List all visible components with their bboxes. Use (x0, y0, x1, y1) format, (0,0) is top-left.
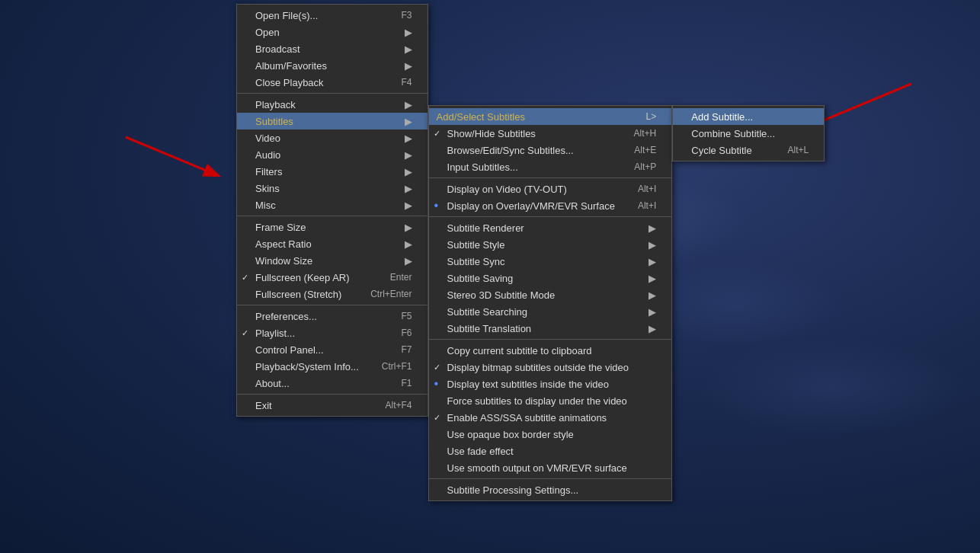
menu-item-audio[interactable]: Audio ▶ (237, 146, 428, 163)
menu-item-stereo-3d[interactable]: Stereo 3D Subtitle Mode ▶ (429, 286, 672, 303)
fullscreen-stretch-label: Fullscreen (Stretch) (255, 289, 341, 300)
menu-item-show-hide[interactable]: ✓ Show/Hide Subtitles Alt+H (429, 125, 672, 142)
menu-item-display-on-overlay[interactable]: • Display on Overlay/VMR/EVR Surface Alt… (429, 197, 672, 214)
menu-item-open[interactable]: Open ▶ (237, 24, 428, 40)
enable-ass-ssa-check: ✓ (434, 413, 440, 423)
menu-item-fullscreen-keep[interactable]: ✓ Fullscreen (Keep AR) Enter (237, 269, 428, 286)
display-bitmap-check: ✓ (434, 363, 440, 372)
subtitle-sync-label: Subtitle Sync (447, 256, 505, 267)
show-hide-shortcut: Alt+H (611, 128, 657, 139)
subtitles-submenu: Add/Select Subtitles L> ✓ Show/Hide Subt… (428, 105, 673, 501)
open-files-label: Open File(s)... (255, 10, 318, 21)
subtitle-sync-arrow: ▶ (626, 256, 656, 267)
menu-item-playback-system-info[interactable]: Playback/System Info... Ctrl+F1 (237, 358, 428, 375)
menu-item-exit[interactable]: Exit Alt+F4 (237, 397, 428, 414)
menu-item-combine-subtitle[interactable]: Combine Subtitle... (673, 125, 824, 142)
menu-item-add-subtitle[interactable]: Add Subtitle... (673, 108, 824, 125)
playback-label: Playback (255, 99, 296, 110)
menu-item-use-smooth-output[interactable]: Use smooth output on VMR/EVR surface (429, 459, 672, 476)
svg-line-3 (820, 84, 911, 122)
menu-item-subtitle-saving[interactable]: Subtitle Saving ▶ (429, 270, 672, 286)
filters-arrow: ▶ (382, 166, 412, 177)
menu-item-open-files[interactable]: Open File(s)... F3 (237, 7, 428, 24)
subtitle-translation-arrow: ▶ (626, 323, 656, 334)
menu-item-subtitle-processing[interactable]: Subtitle Processing Settings... (429, 481, 672, 498)
subtitle-style-label: Subtitle Style (447, 239, 505, 251)
menu-item-album[interactable]: Album/Favorites ▶ (237, 57, 428, 74)
menu-item-broadcast[interactable]: Broadcast ▶ (237, 40, 428, 57)
menu-item-input-subtitles[interactable]: Input Subtitles... Alt+P (429, 158, 672, 175)
menu-item-force-subtitles[interactable]: Force subtitles to display under the vid… (429, 392, 672, 409)
menu-item-window-size[interactable]: Window Size ▶ (237, 252, 428, 269)
audio-arrow: ▶ (382, 149, 412, 161)
fullscreen-keep-shortcut: Enter (367, 272, 412, 283)
playlist-check: ✓ (242, 328, 248, 338)
menu-item-misc[interactable]: Misc ▶ (237, 197, 428, 213)
frame-size-arrow: ▶ (382, 222, 412, 233)
menu-item-use-fade-effect[interactable]: Use fade effect (429, 443, 672, 459)
sep4 (237, 394, 428, 395)
menu-item-frame-size[interactable]: Frame Size ▶ (237, 219, 428, 235)
menu-item-playlist[interactable]: ✓ Playlist... F6 (237, 324, 428, 341)
subtitle-searching-arrow: ▶ (626, 306, 656, 318)
open-files-shortcut: F3 (379, 10, 412, 21)
cycle-subtitle-shortcut: Alt+L (765, 145, 809, 155)
misc-label: Misc (255, 200, 276, 211)
display-on-overlay-label: Display on Overlay/VMR/EVR Surface (447, 200, 615, 212)
enable-ass-ssa-label: Enable ASS/SSA subtitle animations (447, 412, 607, 424)
menu-item-display-text-inside[interactable]: • Display text subtitles inside the vide… (429, 376, 672, 392)
subtitle-renderer-arrow: ▶ (626, 222, 656, 234)
aspect-ratio-label: Aspect Ratio (255, 238, 312, 250)
preferences-label: Preferences... (255, 311, 317, 322)
broadcast-arrow: ▶ (382, 43, 412, 55)
menu-item-enable-ass-ssa[interactable]: ✓ Enable ASS/SSA subtitle animations (429, 409, 672, 426)
subtitles-label: Subtitles (255, 116, 293, 127)
menu-item-subtitle-translation[interactable]: Subtitle Translation ▶ (429, 320, 672, 337)
display-text-dot: • (434, 378, 439, 390)
skins-label: Skins (255, 183, 280, 194)
display-overlay-dot: • (434, 200, 439, 212)
menu-item-copy-subtitle[interactable]: Copy current subtitle to clipboard (429, 342, 672, 359)
menu-item-aspect-ratio[interactable]: Aspect Ratio ▶ (237, 235, 428, 252)
menu-item-control-panel[interactable]: Control Panel... F7 (237, 341, 428, 358)
menu-item-filters[interactable]: Filters ▶ (237, 163, 428, 180)
menu-item-fullscreen-stretch[interactable]: Fullscreen (Stretch) Ctrl+Enter (237, 286, 428, 302)
menu-item-subtitles[interactable]: Subtitles ▶ (237, 113, 428, 129)
add-select-label: Add/Select Subtitles (437, 111, 525, 123)
add-select-shortcut: L> (623, 111, 657, 122)
sub-sep3 (429, 339, 672, 340)
menu-item-subtitle-sync[interactable]: Subtitle Sync ▶ (429, 253, 672, 270)
subtitle-processing-label: Subtitle Processing Settings... (447, 484, 579, 496)
stereo-3d-arrow: ▶ (626, 289, 656, 301)
display-on-video-label: Display on Video (TV-OUT) (447, 184, 567, 195)
menu-item-skins[interactable]: Skins ▶ (237, 180, 428, 197)
menu-item-preferences[interactable]: Preferences... F5 (237, 308, 428, 324)
subtitle-searching-label: Subtitle Searching (447, 306, 528, 318)
menu-item-subtitle-style[interactable]: Subtitle Style ▶ (429, 236, 672, 253)
subtitle-renderer-label: Subtitle Renderer (447, 222, 524, 234)
aspect-ratio-arrow: ▶ (382, 238, 412, 250)
menu-item-subtitle-searching[interactable]: Subtitle Searching ▶ (429, 303, 672, 320)
browse-edit-label: Browse/Edit/Sync Subtitles... (447, 145, 574, 156)
album-arrow: ▶ (382, 60, 412, 72)
menu-item-use-opaque-box[interactable]: Use opaque box border style (429, 426, 672, 443)
copy-subtitle-label: Copy current subtitle to clipboard (447, 345, 592, 356)
menu-item-browse-edit[interactable]: Browse/Edit/Sync Subtitles... Alt+E (429, 142, 672, 158)
window-size-arrow: ▶ (382, 255, 412, 267)
menu-item-close-playback[interactable]: Close Playback F4 (237, 74, 428, 91)
menu-item-display-on-video[interactable]: Display on Video (TV-OUT) Alt+I (429, 181, 672, 197)
add-select-subtitles-header[interactable]: Add/Select Subtitles L> (429, 108, 672, 125)
menu-item-video[interactable]: Video ▶ (237, 129, 428, 146)
show-hide-label: Show/Hide Subtitles (447, 128, 536, 139)
playback-system-info-label: Playback/System Info... (255, 361, 359, 372)
menu-item-cycle-subtitle[interactable]: Cycle Subtitle Alt+L (673, 142, 824, 158)
menu-item-subtitle-renderer[interactable]: Subtitle Renderer ▶ (429, 219, 672, 236)
use-opaque-box-label: Use opaque box border style (447, 429, 574, 440)
misc-arrow: ▶ (382, 200, 412, 211)
menu-item-about[interactable]: About... F1 (237, 375, 428, 392)
filters-label: Filters (255, 166, 282, 177)
force-subtitles-label: Force subtitles to display under the vid… (447, 395, 627, 407)
menu-item-display-bitmap[interactable]: ✓ Display bitmap subtitles outside the v… (429, 359, 672, 376)
menu-item-playback[interactable]: Playback ▶ (237, 96, 428, 113)
use-fade-effect-label: Use fade effect (447, 446, 514, 457)
